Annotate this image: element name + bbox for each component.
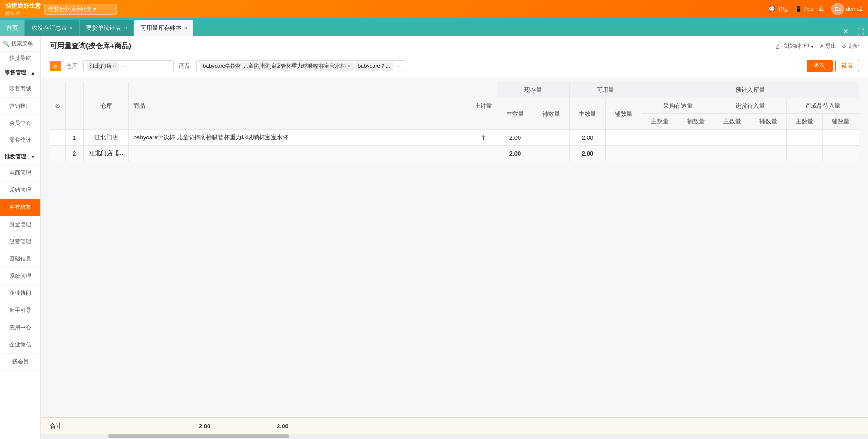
row2-prod-main bbox=[787, 146, 823, 161]
sidebar-item-new-guide[interactable]: 新手引导 bbox=[0, 302, 40, 319]
row1-config bbox=[50, 130, 66, 146]
row2-current-aux bbox=[533, 146, 570, 161]
industry-selector[interactable]: 母婴行业演示账套 ▾ bbox=[44, 4, 117, 15]
chevron-down-icon: ▾ bbox=[94, 6, 96, 12]
print-btn[interactable]: 🖨 按模板打印 ▾ bbox=[775, 42, 814, 50]
col-purch-transit-header: 采购在途量 bbox=[642, 98, 714, 114]
row1-goods-aux bbox=[750, 130, 787, 146]
col-goods-aux: 辅数量 bbox=[750, 114, 787, 130]
settings-btn[interactable]: 设置 bbox=[835, 60, 859, 72]
footer-label: 合计 bbox=[50, 422, 181, 430]
col-prod-aux: 辅数量 bbox=[823, 114, 859, 130]
logo: 畅捷通好生意 标准版 bbox=[5, 2, 41, 17]
col-current-stock-header: 现存量 bbox=[497, 82, 570, 98]
sidebar-item-enterprise-wechat[interactable]: 企业微信 bbox=[0, 336, 40, 354]
row2-available-aux bbox=[606, 146, 642, 161]
close-tab-order-stats[interactable]: × bbox=[124, 25, 127, 31]
col-product-pending-header: 产成品待入量 bbox=[787, 98, 859, 114]
sidebar-item-finance[interactable]: 资金管理 bbox=[0, 216, 40, 233]
row1-current-main: 2.00 bbox=[497, 130, 533, 146]
sidebar-item-retail-mgmt[interactable]: 零售管理 ▲ bbox=[0, 65, 40, 80]
col-current-main-header: 主数量 bbox=[497, 98, 533, 130]
user-menu[interactable]: Ea demo2 bbox=[831, 3, 863, 15]
sidebar-item-ecommerce[interactable]: 电商管理 bbox=[0, 165, 40, 182]
close-tab-available-stock[interactable]: × bbox=[184, 25, 187, 31]
row1-warehouse: 江北门店 bbox=[84, 130, 129, 146]
row2-goods-main bbox=[714, 146, 750, 161]
row2-prod-aux bbox=[823, 146, 859, 161]
product-filter[interactable]: babycare学饮杯 儿童防摔防撞吸管杯重力球吸嘴杯宝宝水杯 × babyca… bbox=[196, 60, 406, 72]
col-unit-header: 主计量 bbox=[470, 82, 497, 130]
remove-product-tag-1[interactable]: × bbox=[348, 63, 351, 69]
avatar: Ea bbox=[831, 3, 844, 15]
row2-available-main: 2.00 bbox=[570, 146, 606, 161]
print-chevron: ▾ bbox=[811, 43, 814, 50]
print-icon: 🖨 bbox=[775, 43, 780, 50]
row1-available-aux bbox=[606, 130, 642, 146]
filter-dots[interactable]: ··· bbox=[123, 62, 128, 70]
message-btn[interactable]: 💬 消息 bbox=[769, 5, 788, 13]
sidebar-item-retail-stats[interactable]: 零售统计 bbox=[0, 132, 40, 149]
sidebar-item-inventory[interactable]: 库存核算 bbox=[0, 199, 40, 216]
sidebar-item-operation[interactable]: 经营管理 bbox=[0, 233, 40, 250]
row1-available-main: 2.00 bbox=[570, 130, 606, 146]
sidebar-item-system[interactable]: 系统管理 bbox=[0, 268, 40, 285]
filter-bar: » 仓库 江北门店 × ··· 商品 babycare学饮杯 儿童防摔防撞吸管杯… bbox=[41, 55, 868, 77]
sidebar-quick-nav[interactable]: 快捷导航 bbox=[0, 52, 40, 65]
row2-goods-aux bbox=[750, 146, 787, 161]
col-current-aux-header: 辅数量 bbox=[533, 98, 570, 130]
col-prod-main: 主数量 bbox=[787, 114, 823, 130]
export-btn[interactable]: ↗ 导出 bbox=[819, 42, 836, 50]
sidebar-item-member[interactable]: 会员中心 bbox=[0, 115, 40, 132]
col-available-aux-header: 辅数量 bbox=[606, 98, 642, 130]
tab-order-stats[interactable]: 要货单统计表 × bbox=[80, 20, 133, 36]
table-footer: 合计 2.00 2.00 bbox=[41, 417, 868, 434]
filter-toggle-btn[interactable]: » bbox=[50, 61, 61, 71]
expand-icon[interactable]: ⛶ bbox=[854, 28, 868, 36]
tab-receive-summary[interactable]: 收发存汇总表 × bbox=[25, 20, 79, 36]
product-filter-dots[interactable]: ··· bbox=[396, 62, 402, 70]
phone-icon: 📱 bbox=[795, 6, 802, 12]
row1-prod-aux bbox=[823, 130, 859, 146]
search-icon: 🔍 bbox=[3, 41, 9, 47]
row2-purch-aux bbox=[678, 146, 714, 161]
refresh-icon: ↺ bbox=[842, 43, 846, 50]
footer-current-main: 2.00 bbox=[181, 423, 228, 430]
sidebar-item-vip[interactable]: 畅会员 bbox=[0, 354, 40, 371]
refresh-btn[interactable]: ↺ 刷新 bbox=[842, 42, 859, 50]
horizontal-scrollbar[interactable] bbox=[41, 434, 868, 439]
close-all-tabs[interactable]: × bbox=[838, 27, 854, 36]
table-row: 2 江北门店【... 2.00 2.00 bbox=[50, 146, 859, 161]
row1-prod-main bbox=[787, 130, 823, 146]
col-available-header: 可用量 bbox=[570, 82, 642, 98]
sidebar-item-purchase[interactable]: 采购管理 bbox=[0, 182, 40, 199]
sidebar-item-wholesale[interactable]: 批发管理 ▼ bbox=[0, 149, 40, 165]
remove-warehouse-tag[interactable]: × bbox=[113, 63, 116, 69]
tab-available-stock[interactable]: 可用量库存账本 × bbox=[134, 20, 193, 36]
scrollbar-thumb[interactable] bbox=[108, 434, 289, 438]
sidebar-search[interactable]: 🔍 搜索菜单 bbox=[0, 36, 40, 52]
tab-home[interactable]: 首页 bbox=[0, 20, 24, 36]
sidebar-item-retail-mall[interactable]: 零售商城 bbox=[0, 80, 40, 98]
sidebar-item-app-center[interactable]: 应用中心 bbox=[0, 319, 40, 336]
query-btn[interactable]: 查询 bbox=[807, 60, 833, 72]
row2-current-main: 2.00 bbox=[497, 146, 533, 161]
product-tag-1: babycare学饮杯 儿童防摔防撞吸管杯重力球吸嘴杯宝宝水杯 × bbox=[200, 62, 354, 71]
warehouse-filter[interactable]: 江北门店 × ··· bbox=[83, 60, 174, 72]
table-settings-icon[interactable]: ⚙ bbox=[55, 102, 61, 109]
row2-product bbox=[129, 146, 470, 161]
sidebar-item-basic-info[interactable]: 基础信息 bbox=[0, 250, 40, 268]
col-purch-main: 主数量 bbox=[642, 114, 678, 130]
page-title: 可用量查询(按仓库+商品) bbox=[50, 42, 131, 51]
warehouse-label: 仓库 bbox=[66, 62, 78, 70]
data-table: ⚙ 仓库 商品 主计量 现存量 可用量 预计入库量 主数量 辅数量 主数量 bbox=[50, 82, 859, 161]
top-bar-right: 💬 消息 📱 App下载 Ea demo2 bbox=[769, 3, 863, 15]
sidebar-item-marketing[interactable]: 营销推广 bbox=[0, 98, 40, 115]
warehouse-tag-1: 江北门店 × bbox=[87, 62, 119, 71]
close-tab-receive-summary[interactable]: × bbox=[70, 25, 72, 31]
top-bar: 畅捷通好生意 标准版 母婴行业演示账套 ▾ 💬 消息 📱 App下载 Ea de… bbox=[0, 0, 868, 18]
sidebar-item-enterprise[interactable]: 企业协同 bbox=[0, 285, 40, 302]
app-download-btn[interactable]: 📱 App下载 bbox=[795, 5, 824, 13]
row1-purch-aux bbox=[678, 130, 714, 146]
row1-product: babycare学饮杯 儿童防摔防撞吸管杯重力球吸嘴杯宝宝水杯 bbox=[129, 130, 470, 146]
